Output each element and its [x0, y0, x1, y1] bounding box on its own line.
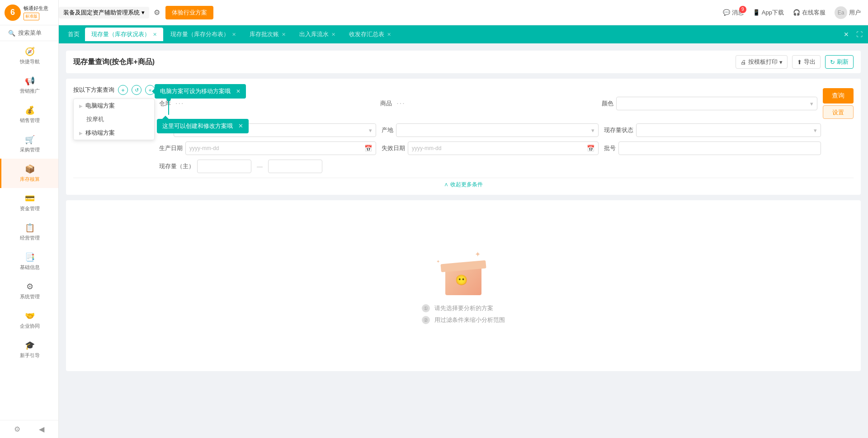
tooltip-edit: 这里可以创建和修改方案哦 ✕ — [157, 119, 249, 133]
tooltip-edit-wrapper: 这里可以创建和修改方案哦 ✕ — [157, 119, 249, 133]
tab-close-4[interactable]: ✕ — [387, 32, 391, 38]
stock-main-from[interactable] — [197, 160, 251, 173]
messages-btn[interactable]: 💬 消息 9 — [723, 9, 744, 17]
sidebar-item-sales[interactable]: 💰 销售管理 — [0, 100, 58, 129]
filter-group-inventory-status: 现存量状态 ▾ — [604, 123, 821, 137]
logo-text: 畅通好生意 标准版 — [24, 5, 48, 20]
tab-close-2[interactable]: ✕ — [282, 32, 286, 38]
sidebar-item-newbie[interactable]: 🎓 新手引导 — [0, 335, 58, 364]
sidebar-item-enterprise[interactable]: 🤝 企业协同 — [0, 306, 58, 335]
tooltip-scheme-close[interactable]: ✕ — [236, 88, 241, 94]
purchase-icon: 🛒 — [25, 135, 35, 145]
add-scheme-btn[interactable]: + — [118, 85, 128, 95]
newbie-icon: 🎓 — [25, 340, 35, 350]
sidebar-item-guide[interactable]: 🧭 快捷导航 — [0, 41, 58, 71]
top-header: 装备及固定资产辅助管理系统 ▾ ⚙ 体验行业方案 💬 消息 9 📱 App下载 … — [59, 0, 868, 25]
sidebar-search[interactable]: 🔍 搜索菜单 — [0, 25, 58, 41]
exp-date-input[interactable]: yyyy-mm-dd 📅 — [408, 141, 599, 155]
dot-connector — [166, 97, 171, 115]
exp-date-label: 失效日期 — [382, 144, 405, 152]
step2-num: ② — [422, 316, 430, 324]
export-btn[interactable]: ⬆ 导出 — [792, 55, 821, 69]
tab-inventory-distribution[interactable]: 现存量（库存分布表） ✕ — [164, 28, 242, 41]
tab-home[interactable]: 首页 — [62, 28, 85, 41]
batch-input[interactable] — [618, 141, 821, 155]
refresh-scheme-btn[interactable]: ↺ — [132, 85, 142, 95]
sidebar-item-system[interactable]: ⚙ 系统管理 — [0, 276, 58, 306]
sidebar-item-operations[interactable]: 📋 经营管理 — [0, 217, 58, 247]
origin-select[interactable]: ▾ — [396, 123, 599, 137]
tab-summary[interactable]: 收发存汇总表 ✕ — [343, 28, 397, 41]
filter-group-batch: 批号 — [604, 141, 821, 155]
print-arrow-icon: ▾ — [779, 59, 783, 66]
collapse-sidebar-btn[interactable]: ◀ — [39, 425, 44, 433]
inventory-status-label: 现存量状态 — [604, 126, 633, 134]
scheme-item-mobile[interactable]: ▶ 移动端方案 — [74, 126, 154, 140]
filter-group-color: 颜色 ▾ — [602, 97, 817, 110]
batch-label: 批号 — [604, 144, 616, 152]
tab-label-2: 库存批次账 — [250, 30, 279, 38]
system-dropdown[interactable]: 装备及固定资产辅助管理系统 ▾ — [59, 7, 149, 19]
avatar-text: Ea — [838, 9, 844, 16]
tab-close-0[interactable]: ✕ — [153, 32, 157, 38]
reset-btn[interactable]: 设置 — [823, 105, 854, 119]
collapse-bar[interactable]: ∧ 收起更多条件 — [73, 178, 854, 191]
product-dots[interactable]: ··· — [396, 99, 405, 108]
tab-label-1: 现存量（库存分布表） — [170, 30, 229, 38]
main-content: 现存量查询(按仓库+商品) 🖨 按模板打印 ▾ ⬆ 导出 ↻ 刷新 — [59, 43, 868, 438]
online-support-btn[interactable]: 🎧 在线客服 — [793, 9, 826, 17]
warehouse-dots[interactable]: ··· — [175, 99, 184, 108]
industry-btn[interactable]: 体验行业方案 — [165, 6, 213, 19]
empty-illustration: 😶 ✦ ✦ — [436, 245, 491, 295]
origin-select-arrow: ▾ — [591, 127, 594, 134]
user-btn[interactable]: Ea 用户 — [835, 6, 861, 19]
enterprise-icon: 🤝 — [25, 311, 35, 321]
scheme-item-desktop[interactable]: ▶ 电脑端方案 — [74, 99, 154, 113]
tooltip-edit-close[interactable]: ✕ — [238, 122, 243, 129]
settings-bottom-btn[interactable]: ⚙ — [14, 425, 20, 433]
tab-close-all-btn[interactable]: ✕ — [842, 29, 851, 40]
sidebar-item-purchase[interactable]: 🛒 采购管理 — [0, 129, 58, 159]
prod-date-label: 生产日期 — [159, 144, 183, 152]
operations-label: 经营管理 — [20, 235, 40, 241]
content-area: 现存量查询(按仓库+商品) 🖨 按模板打印 ▾ ⬆ 导出 ↻ 刷新 — [59, 43, 868, 438]
print-btn[interactable]: 🖨 按模板打印 ▾ — [736, 55, 788, 69]
sidebar-bottom: ⚙ ◀ — [0, 420, 58, 438]
color-select-arrow: ▾ — [810, 100, 813, 107]
product-label: 商品 — [380, 99, 392, 108]
inventory-label: 库存核算 — [20, 176, 40, 183]
prod-date-input[interactable]: yyyy-mm-dd 📅 — [185, 141, 376, 155]
step1-text: 请先选择要分析的方案 — [434, 305, 493, 311]
refresh-btn[interactable]: ↻ 刷新 — [825, 55, 854, 69]
system-name: 装备及固定资产辅助管理系统 — [63, 9, 140, 17]
basic-label: 基础信息 — [20, 264, 40, 271]
header-settings-btn[interactable]: ⚙ — [154, 8, 160, 17]
sidebar-logo: 6 畅通好生意 标准版 — [0, 0, 58, 25]
stock-main-to[interactable] — [268, 160, 322, 173]
sidebar-item-marketing[interactable]: 📢 营销推广 — [0, 71, 58, 100]
tab-inventory-status[interactable]: 现存量（库存状况表） ✕ — [85, 28, 163, 41]
tab-expand-btn[interactable]: ⛶ — [854, 29, 864, 40]
exp-date-calendar-icon: 📅 — [587, 145, 594, 152]
scheme-massage-label: 按摩机 — [86, 115, 104, 123]
headset-icon: 🎧 — [793, 9, 800, 16]
color-select[interactable]: ▾ — [616, 97, 817, 110]
scheme-mobile-label: 移动端方案 — [85, 129, 115, 137]
page-actions: 🖨 按模板打印 ▾ ⬆ 导出 ↻ 刷新 — [736, 55, 854, 69]
sidebar-item-finance[interactable]: 💳 资金管理 — [0, 188, 58, 217]
guide-icon: 🧭 — [25, 47, 35, 57]
scheme-item-massage[interactable]: 按摩机 — [74, 113, 154, 126]
tab-close-3[interactable]: ✕ — [331, 32, 335, 38]
app-download-btn[interactable]: 📱 App下载 — [753, 9, 784, 17]
logo-icon: 6 — [5, 5, 21, 21]
tab-batch-account[interactable]: 库存批次账 ✕ — [243, 28, 292, 41]
sidebar-item-basic[interactable]: 📑 基础信息 — [0, 247, 58, 276]
operations-icon: 📋 — [25, 223, 35, 233]
tab-close-1[interactable]: ✕ — [232, 32, 236, 38]
inventory-status-select[interactable]: ▾ — [636, 123, 821, 137]
tab-flow-record[interactable]: 出入库流水 ✕ — [293, 28, 342, 41]
empty-step2: ② 用过滤条件来缩小分析范围 — [422, 314, 505, 326]
empty-step1: ① 请先选择要分析的方案 — [422, 302, 505, 314]
sidebar-item-inventory[interactable]: 📦 库存核算 — [0, 159, 58, 188]
arrow-right-mobile-icon: ▶ — [79, 131, 83, 136]
